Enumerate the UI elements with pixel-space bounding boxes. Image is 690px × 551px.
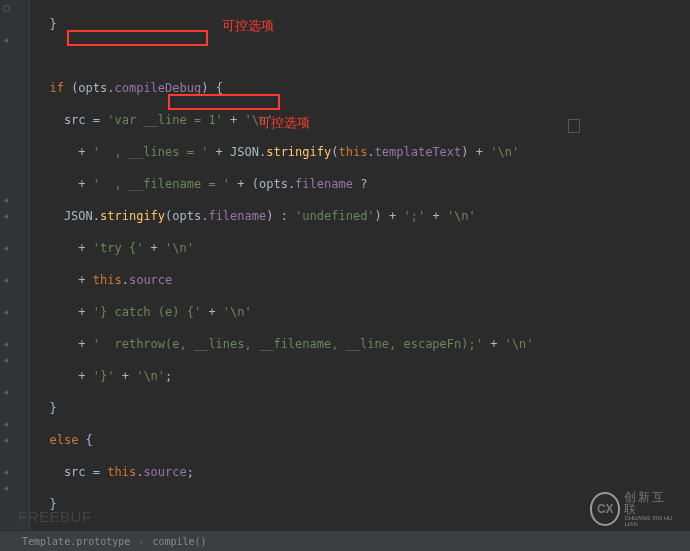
code-editor[interactable]: } if (opts.compileDebug) { src = 'var __… xyxy=(35,0,591,551)
code-line: + ' rethrow(e, __lines, __filename, __li… xyxy=(35,336,591,352)
code-line: + '}' + '\n'; xyxy=(35,368,591,384)
code-line: if (opts.compileDebug) { xyxy=(35,80,591,96)
code-line: JSON.stringify(opts.filename) : 'undefin… xyxy=(35,208,591,224)
code-line: + ' , __lines = ' + JSON.stringify(this.… xyxy=(35,144,591,160)
code-line: else { xyxy=(35,432,591,448)
code-line xyxy=(35,48,591,64)
code-line: + this.source xyxy=(35,272,591,288)
breadcrumb-item[interactable]: Template.prototype xyxy=(22,536,130,547)
brand-mark-icon: CX xyxy=(590,492,620,526)
editor-gutter xyxy=(0,0,30,530)
code-line: src = this.source; xyxy=(35,464,591,480)
code-line: + ' , __filename = ' + (opts.filename ? xyxy=(35,176,591,192)
code-line: } xyxy=(35,400,591,416)
brand-logo: CX 创新互联 CHUANG XIN HU LIAN xyxy=(590,489,680,529)
code-line: } xyxy=(35,16,591,32)
code-line: + '} catch (e) {' + '\n' xyxy=(35,304,591,320)
breadcrumb-item[interactable]: compile() xyxy=(152,536,206,547)
unknown-marker-icon xyxy=(568,119,580,133)
breadcrumb-bar[interactable]: Template.prototype› compile() xyxy=(0,530,690,551)
brand-name-cn: 创新互联 xyxy=(624,491,680,515)
brand-name-en: CHUANG XIN HU LIAN xyxy=(624,515,680,527)
watermark-text: FREEBUF xyxy=(18,509,92,525)
chevron-right-icon: › xyxy=(138,536,144,547)
code-line: src = 'var __line = 1' + '\n' xyxy=(35,112,591,128)
code-line: + 'try {' + '\n' xyxy=(35,240,591,256)
code-line: } xyxy=(35,496,591,512)
